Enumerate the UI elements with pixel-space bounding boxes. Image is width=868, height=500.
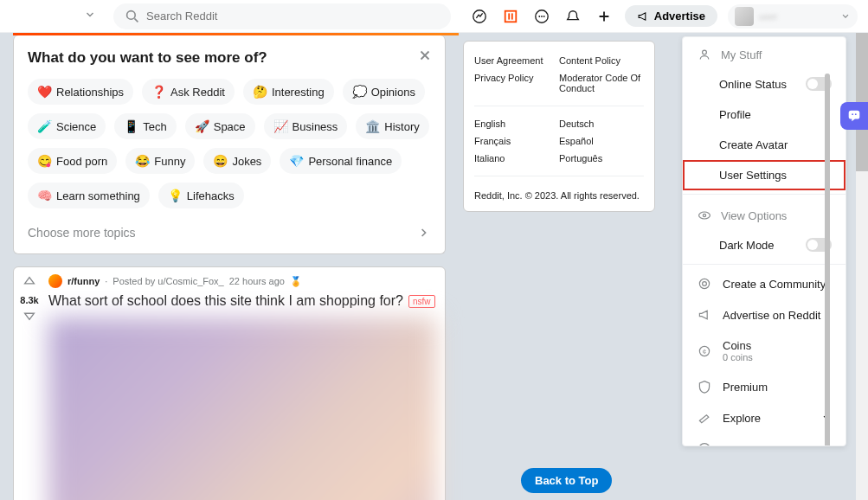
chip-emoji: 💡 [168, 189, 183, 202]
dropdown-profile[interactable]: Profile [683, 99, 845, 130]
svg-point-0 [127, 10, 136, 19]
chip-emoji: 🏛️ [365, 119, 380, 133]
dropdown-premium[interactable]: Premium [683, 371, 845, 402]
subreddit-icon [48, 274, 62, 288]
chip-label: Opinions [371, 86, 415, 99]
chip-label: Space [214, 120, 246, 133]
trending-icon[interactable] [500, 6, 521, 27]
chip-label: Personal finance [308, 155, 392, 168]
popular-icon[interactable] [469, 6, 490, 27]
dropdown-user-settings[interactable]: User Settings [683, 160, 845, 190]
person-icon [697, 48, 712, 61]
nsfw-tag: nsfw [408, 295, 435, 308]
back-to-top-button[interactable]: Back to Top [521, 468, 612, 493]
chevron-right-icon [417, 226, 431, 240]
page-scrollbar[interactable] [856, 0, 868, 500]
svg-point-21 [852, 113, 853, 115]
chip-emoji: 💎 [289, 154, 304, 168]
search-box[interactable] [113, 3, 451, 29]
footer-link[interactable]: Content Policy [559, 55, 620, 66]
chip-emoji: 😂 [135, 154, 150, 168]
help-icon: ? [697, 442, 712, 446]
chevron-down-icon [840, 11, 851, 22]
footer-link[interactable]: Moderator Code Of Conduct [559, 73, 640, 93]
topic-chip[interactable]: 🧪Science [28, 113, 106, 139]
footer-link[interactable]: User Agreement [474, 55, 543, 66]
megaphone-icon [697, 308, 712, 322]
chip-label: Tech [143, 120, 166, 133]
chip-label: Relationships [56, 86, 124, 99]
topic-chip[interactable]: ❤️Relationships [28, 79, 133, 105]
post-title: What sort of school does this site think… [48, 293, 436, 309]
post-body: r/funny · Posted by u/Cosmic_Fox_ 22 hou… [45, 267, 445, 500]
award-icon[interactable]: 🏅 [290, 276, 302, 287]
footer-link[interactable]: Privacy Policy [474, 73, 533, 83]
dropdown-create-community[interactable]: Create a Community [683, 268, 845, 299]
chip-label: History [384, 120, 419, 133]
chip-emoji: 😄 [213, 154, 228, 168]
topic-chip[interactable]: 😄Jokes [203, 148, 271, 174]
subreddit-link[interactable]: r/funny [68, 276, 100, 286]
dropdown-explore[interactable]: Explore [683, 402, 845, 433]
ai-assistant-badge[interactable] [840, 102, 868, 130]
user-menu-trigger[interactable]: user [728, 4, 858, 29]
shield-icon [697, 380, 712, 394]
topic-chip[interactable]: 💡Lifehacks [158, 183, 244, 208]
topic-chip[interactable]: 😂Funny [125, 148, 195, 174]
svg-point-7 [541, 16, 543, 17]
svg-point-12 [699, 279, 709, 288]
dropdown-create-avatar[interactable]: Create Avatar [683, 130, 845, 160]
advertise-button[interactable]: Advertise [625, 5, 717, 27]
dropdown-coins[interactable]: ¢ Coins 0 coins [683, 330, 845, 371]
dropdown-advertise[interactable]: Advertise on Reddit [683, 299, 845, 330]
notifications-icon[interactable] [563, 6, 583, 27]
post-image-blurred[interactable] [48, 317, 436, 500]
side-column: User Agreement Content Policy Privacy Po… [463, 35, 655, 500]
footer-link[interactable]: Français [474, 136, 511, 146]
footer-link[interactable]: Italiano [474, 153, 505, 163]
chip-label: Business [293, 120, 338, 133]
chip-label: Food porn [56, 155, 107, 168]
chip-emoji: 🚀 [195, 119, 209, 133]
username: user [759, 11, 777, 22]
chat-icon[interactable] [531, 6, 552, 27]
topic-chip[interactable]: 🧠Learn something [28, 183, 150, 208]
post-card[interactable]: 8.3k r/funny · Posted by u/Cosmic_Fox_ 2… [13, 266, 446, 500]
upvote-icon[interactable] [22, 274, 37, 293]
svg-point-10 [699, 212, 710, 219]
topic-chip[interactable]: 💎Personal finance [280, 148, 402, 174]
topic-chip[interactable]: 📱Tech [114, 113, 176, 139]
vote-column: 8.3k [14, 267, 45, 500]
footer-link[interactable]: Português [559, 153, 602, 163]
create-post-icon[interactable] [594, 6, 614, 27]
dropdown-section-header: My Stuff [683, 37, 845, 68]
chevron-down-icon[interactable] [84, 9, 96, 24]
chip-emoji: 😋 [37, 154, 52, 168]
dropdown-scrollbar[interactable] [825, 74, 830, 446]
footer-link[interactable]: Español [559, 136, 594, 146]
chip-emoji: 📈 [273, 119, 288, 133]
footer-link[interactable]: English [474, 119, 505, 129]
topic-chip[interactable]: 📈Business [264, 113, 348, 139]
topic-chip[interactable]: ❓Ask Reddit [142, 79, 235, 105]
topic-chip[interactable]: 🏛️History [356, 113, 428, 139]
main-column: What do you want to see more of? ❤️Relat… [13, 35, 446, 500]
chip-emoji: 🤔 [253, 85, 267, 99]
posted-by[interactable]: Posted by u/Cosmic_Fox_ [113, 276, 223, 286]
svg-point-6 [538, 16, 540, 17]
downvote-icon[interactable] [22, 307, 37, 326]
dropdown-dark-mode[interactable]: Dark Mode [683, 229, 845, 260]
topic-chip[interactable]: 🚀Space [185, 113, 255, 139]
coins-icon: ¢ [697, 344, 712, 358]
choose-more-topics[interactable]: Choose more topics [28, 219, 431, 240]
footer-link[interactable]: Deutsch [559, 119, 594, 129]
chip-emoji: 📱 [124, 119, 138, 133]
topic-chip[interactable]: 😋Food porn [28, 148, 117, 174]
dropdown-help-center[interactable]: ? Help Center [683, 433, 845, 446]
topic-chip[interactable]: 💭Opinions [343, 79, 425, 105]
close-icon[interactable] [417, 48, 433, 67]
svg-rect-4 [511, 13, 513, 19]
dropdown-online-status[interactable]: Online Status [683, 68, 845, 99]
search-input[interactable] [146, 10, 439, 22]
topic-chip[interactable]: 🤔Interesting [243, 79, 334, 105]
